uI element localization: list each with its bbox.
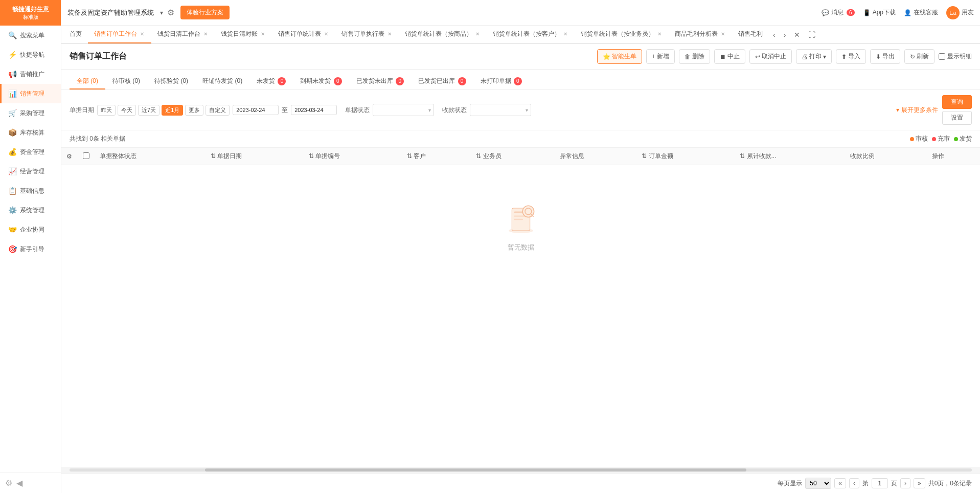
horizontal-scrollbar[interactable] [61, 467, 980, 473]
date-month1-btn[interactable]: 近1月 [162, 105, 183, 116]
filter-tab-pending-review[interactable]: 待审核 (0) [105, 74, 147, 89]
tab-close-icon[interactable]: ✕ [139, 31, 145, 37]
filter-tab-wangpu-ship[interactable]: 旺铺待发货 (0) [195, 74, 249, 89]
date-to-input[interactable] [291, 105, 337, 115]
col-collected[interactable]: ⇅ 累计收款... [735, 148, 845, 165]
tab-nav-next[interactable]: › [780, 29, 790, 41]
export-button[interactable]: ⬇ 导出 [870, 49, 900, 64]
setting-button[interactable]: 设置 [942, 111, 972, 125]
date-from-input[interactable] [233, 105, 279, 115]
show-detail-checkbox[interactable]: 显示明细 [939, 52, 972, 61]
expand-conditions-btn[interactable]: ▾ 展开更多条件 [896, 106, 938, 115]
review-btn[interactable]: 审核 [910, 135, 928, 143]
new-button[interactable]: + 新增 [646, 49, 675, 64]
tab-close-all[interactable]: ✕ [790, 29, 804, 41]
collapse-icon[interactable]: ◀ [16, 478, 22, 488]
col-settings[interactable]: ⚙ [61, 148, 78, 165]
solution-button[interactable]: 体验行业方案 [180, 6, 230, 19]
col-number[interactable]: ⇅ 单据编号 [304, 148, 402, 165]
refresh-button[interactable]: ↻ 刷新 [904, 49, 935, 64]
header-gear-icon[interactable]: ⚙ [167, 8, 174, 17]
col-salesperson[interactable]: ⇅ 业务员 [471, 148, 555, 165]
filter-tab-all[interactable]: 全部 (0) [70, 74, 105, 89]
tab-sales-summary-staff[interactable]: 销货单统计表（按业务员） ✕ [575, 26, 669, 43]
sidebar-item-basic-info[interactable]: 📋 基础信息 [0, 181, 61, 200]
sidebar-item-system[interactable]: ⚙️ 系统管理 [0, 200, 61, 220]
scrollbar-track[interactable] [70, 468, 972, 472]
tab-close-icon[interactable]: ✕ [323, 31, 329, 37]
filter-tab-overdue-ship[interactable]: 到期未发货 0 [293, 74, 349, 89]
detail-checkbox-input[interactable] [939, 53, 945, 60]
date-last7-btn[interactable]: 近7天 [138, 105, 159, 116]
current-page-input[interactable] [872, 478, 888, 488]
sidebar-item-enterprise[interactable]: 🤝 企业协同 [0, 220, 61, 239]
stop-button[interactable]: ⏹ 中止 [714, 49, 745, 64]
col-date[interactable]: ⇅ 单据日期 [206, 148, 304, 165]
app-download-item[interactable]: 📱 App下载 [863, 8, 896, 17]
tab-sales-exec[interactable]: 销售订单执行表 ✕ [335, 26, 399, 43]
tab-close-icon[interactable]: ✕ [656, 31, 663, 37]
delete-button[interactable]: 🗑 删除 [679, 49, 710, 64]
tab-close-icon[interactable]: ✕ [260, 31, 266, 37]
select-all-checkbox[interactable] [83, 152, 89, 159]
page-size-select[interactable]: 50 10 20 100 [805, 478, 831, 489]
ship-btn[interactable]: 发货 [954, 135, 972, 143]
tab-cash-daily[interactable]: 钱货日清工作台 ✕ [151, 26, 215, 43]
tab-sales-stats[interactable]: 销售订单统计表 ✕ [272, 26, 335, 43]
import-button[interactable]: ⬆ 导入 [836, 49, 866, 64]
filter-tab-shipped-out[interactable]: 已发货已出库 0 [411, 74, 473, 89]
tab-sales-summary-customer[interactable]: 销货单统计表（按客户） ✕ [487, 26, 575, 43]
date-custom-btn[interactable]: 自定义 [206, 105, 230, 116]
tab-nav-prev[interactable]: ‹ [769, 29, 780, 41]
prev-page-btn[interactable]: ‹ [849, 478, 859, 488]
col-ratio[interactable]: 收款比例 [845, 148, 927, 165]
tab-close-icon[interactable]: ✕ [562, 31, 568, 37]
date-yesterday-btn[interactable]: 昨天 [97, 105, 116, 116]
filter-tab-pending-check[interactable]: 待拣验货 (0) [147, 74, 195, 89]
status-select[interactable] [373, 104, 434, 116]
col-customer[interactable]: ⇅ 客户 [402, 148, 471, 165]
message-item[interactable]: 💬 消息 6 [822, 8, 855, 17]
cancel-stop-button[interactable]: ↩ 取消中止 [749, 49, 792, 64]
sidebar-item-operations[interactable]: 📈 经营管理 [0, 162, 61, 181]
date-more-btn[interactable]: 更多 [185, 105, 203, 116]
tab-close-icon[interactable]: ✕ [720, 31, 726, 37]
sidebar-item-sales[interactable]: 📊 销售管理 [0, 84, 61, 103]
tab-gross-profit[interactable]: 商品毛利分析表 ✕ [669, 26, 732, 43]
col-status[interactable]: 单据整体状态 [95, 148, 206, 165]
scrollbar-thumb[interactable] [205, 468, 746, 472]
tab-sales-summary-product[interactable]: 销货单统计表（按商品） ✕ [399, 26, 487, 43]
sidebar-item-marketing[interactable]: 📢 营销推广 [0, 64, 61, 84]
smart-gen-button[interactable]: ⭐ 智能生单 [597, 49, 642, 64]
sidebar-item-purchase[interactable]: 🛒 采购管理 [0, 103, 61, 123]
filter-tab-not-printed[interactable]: 未打印单据 0 [473, 74, 529, 89]
sidebar-item-guide[interactable]: 🎯 新手引导 [0, 239, 61, 259]
sidebar-item-search-menu[interactable]: 🔍 搜索菜单 [0, 26, 61, 45]
payment-select[interactable] [470, 104, 531, 116]
filter-tab-shipped-no-out[interactable]: 已发货未出库 0 [349, 74, 411, 89]
tab-sales-workbench[interactable]: 销售订单工作台 ✕ [88, 26, 151, 43]
first-page-btn[interactable]: « [834, 478, 846, 488]
user-item[interactable]: Ea 用友 [946, 6, 974, 19]
header-dropdown-icon[interactable]: ▾ [160, 9, 163, 16]
next-page-btn[interactable]: › [900, 478, 910, 488]
tab-close-icon[interactable]: ✕ [386, 31, 393, 37]
tab-sales-increase[interactable]: 销售毛利 [732, 26, 769, 43]
tab-cash-reconcile[interactable]: 钱货日清对账 ✕ [215, 26, 272, 43]
tab-fullscreen[interactable]: ⛶ [804, 29, 819, 41]
sidebar-item-finance[interactable]: 💰 资金管理 [0, 142, 61, 162]
col-abnormal[interactable]: 异常信息 [555, 148, 636, 165]
print-button[interactable]: 🖨 打印 ▾ [796, 49, 832, 64]
sidebar-item-inventory[interactable]: 📦 库存核算 [0, 123, 61, 142]
online-service-item[interactable]: 👤 在线客服 [904, 8, 938, 17]
col-checkbox[interactable] [78, 148, 95, 165]
cancel-review-btn[interactable]: 充审 [932, 135, 950, 143]
tab-close-icon[interactable]: ✕ [202, 31, 209, 37]
last-page-btn[interactable]: » [914, 478, 925, 488]
date-today-btn[interactable]: 今天 [118, 105, 136, 116]
tab-close-icon[interactable]: ✕ [474, 31, 481, 37]
filter-tab-not-shipped[interactable]: 未发货 0 [249, 74, 293, 89]
table-scroll[interactable]: ⚙ 单据整体状态 ⇅ 单据日期 ⇅ 单据编号 [61, 148, 980, 467]
settings-bottom-icon[interactable]: ⚙ [5, 478, 12, 488]
sidebar-item-quick-nav[interactable]: ⚡ 快捷导航 [0, 45, 61, 64]
